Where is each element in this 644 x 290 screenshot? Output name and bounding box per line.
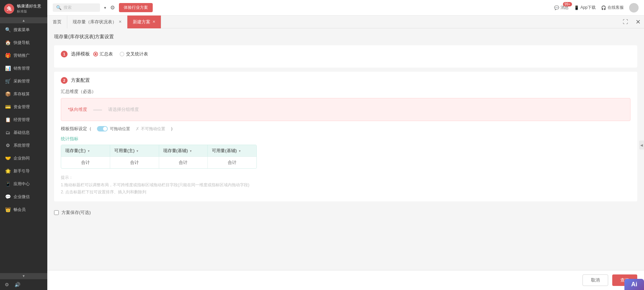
step2-card: 2 方案配置 汇总维度（必选） *纵向维度 —— 请选择分组维度 模板指标设定（… (54, 72, 637, 201)
tab-inventory-label: 现存量（库存状况表） (73, 19, 117, 25)
col-header-3[interactable]: 可用量(基辅) ▾ (208, 145, 256, 156)
speaker-icon[interactable]: 🔊 (15, 282, 20, 287)
sidebar-item-marketing[interactable]: 🎁 营销推广 (0, 49, 47, 62)
col-header-0-label: 现存量(主) (65, 148, 86, 154)
sidebar-item-inventory[interactable]: 📦 库存核算 (0, 88, 47, 100)
app-logo-icon: 兔 (4, 4, 14, 14)
sidebar-item-sales[interactable]: 📊 销售管理 (0, 62, 47, 75)
sidebar-item-system[interactable]: ⚙ 系统管理 (0, 139, 47, 152)
search-menu-icon: 🔍 (5, 27, 11, 33)
app-logo-text: 畅康通好生意 标准版 (17, 3, 41, 14)
app-download-button[interactable]: 📱 App下载 (574, 5, 596, 10)
tab-inventory-close[interactable]: ✕ (119, 20, 122, 24)
new-guide-icon: 🌟 (5, 168, 11, 174)
sidebar-scroll-down[interactable]: ▼ (0, 273, 47, 279)
purchase-icon: 🛒 (5, 78, 11, 84)
sidebar-logo: 兔 畅康通好生意 标准版 (0, 0, 47, 18)
dimension-required-label: *纵向维度 (68, 106, 87, 113)
finance-icon: 💳 (5, 104, 11, 110)
toggle-knob (103, 127, 107, 131)
sidebar-item-quick-nav[interactable]: 🏠 快捷导航 (0, 36, 47, 49)
top-header: 🔍 搜索 ▾ ⚙ 体验行业方案 💬 消息 99+ 📱 App下载 🎧 在线客服 (47, 0, 644, 16)
sidebar-item-label: 基础信息 (14, 130, 30, 136)
draggable-toggle-box[interactable] (97, 126, 108, 131)
stats-section-title: 统计指标 (61, 136, 630, 142)
tab-new-plan-label: 新建方案 (133, 19, 150, 25)
member-icon: 👑 (5, 207, 11, 213)
sidebar-item-basic-info[interactable]: 🗂 基础信息 (0, 126, 47, 139)
col-header-0[interactable]: 现存量(主) ▾ (61, 145, 110, 156)
cell-0: 合计 (61, 157, 110, 168)
sidebar-item-label: 销售管理 (14, 66, 30, 71)
customer-service-button[interactable]: 🎧 在线客服 (601, 5, 624, 10)
sidebar-item-label: 营销推广 (14, 53, 30, 58)
app-download-icon: 📱 (574, 5, 579, 10)
header-search-box[interactable]: 🔍 搜索 (53, 3, 100, 12)
sidebar-item-cooperation[interactable]: 🤝 企业协同 (0, 152, 47, 165)
radio-crosstab[interactable]: 交叉统计表 (120, 51, 148, 57)
sidebar-scroll-up[interactable]: ▲ (0, 18, 47, 23)
sidebar-item-operations[interactable]: 📋 经营管理 (0, 113, 47, 126)
draggable-label: 可拖动位置 (110, 126, 130, 132)
sidebar-item-member[interactable]: 👑 畅会员 (0, 203, 47, 216)
header-dropdown-button[interactable]: ▾ (104, 5, 106, 10)
step2-header: 2 方案配置 (61, 77, 630, 84)
tabs-expand-button[interactable]: ⛶ (619, 19, 632, 25)
main-area: 🔍 搜索 ▾ ⚙ 体验行业方案 💬 消息 99+ 📱 App下载 🎧 在线客服 (47, 0, 644, 290)
step1-header: 1 选择模板 汇总表 交叉统计表 (61, 51, 630, 57)
col-header-1[interactable]: 可用量(主) ▾ (110, 145, 159, 156)
footer-bar: 取消 查询 (47, 270, 644, 290)
dimension-separator: —— (93, 107, 102, 112)
tips-item-1: 2. 点击标题栏下拉可设置排序、插入列和删除列 (61, 189, 630, 196)
sidebar-item-app-center[interactable]: 📱 应用中心 (0, 177, 47, 190)
radio-summary-label: 汇总表 (100, 51, 113, 57)
summary-dimension-label: 汇总维度（必选） (61, 89, 630, 95)
step2-title: 方案配置 (71, 77, 90, 83)
dimension-selector[interactable]: *纵向维度 —— 请选择分组维度 (61, 98, 630, 121)
col-header-3-label: 可用量(基辅) (212, 148, 237, 154)
radio-crosstab-dot (120, 52, 124, 56)
tips-item-0: 1.拖动标题栏可以调整布局，不可跨维度或指标区域拖动栏目字段(只能在同一维度或指… (61, 182, 630, 189)
col-1-chevron-icon: ▾ (137, 149, 138, 153)
sidebar-item-label: 系统管理 (14, 143, 30, 148)
tab-new-plan-close[interactable]: ✕ (152, 20, 155, 24)
right-collapse-button[interactable]: ◀ (639, 141, 644, 150)
tab-inventory[interactable]: 现存量（库存状况表） ✕ (67, 16, 127, 28)
message-button[interactable]: 💬 消息 99+ (554, 5, 569, 10)
sidebar-item-new-guide[interactable]: 🌟 新手引导 (0, 165, 47, 177)
marketing-icon: 🎁 (5, 52, 11, 58)
col-header-2[interactable]: 现存量(基辅) ▾ (159, 145, 208, 156)
app-download-label: App下载 (580, 5, 596, 10)
experience-plan-button[interactable]: 体验行业方案 (119, 3, 153, 12)
save-row: 方案保存(可选) (54, 206, 637, 216)
app-name: 畅康通好生意 (17, 3, 41, 9)
save-checkbox[interactable] (54, 210, 59, 215)
header-gear-button[interactable]: ⚙ (110, 4, 115, 11)
content-area: 现存量(库存状况表)方案设置 1 选择模板 汇总表 交叉统计表 (47, 28, 644, 270)
message-badge: 99+ (563, 2, 572, 6)
tab-close-all-button[interactable]: ✕ (632, 18, 644, 26)
sidebar-item-purchase[interactable]: 🛒 采购管理 (0, 75, 47, 88)
sidebar-item-label: 应用中心 (14, 181, 30, 187)
sidebar-item-search-menu[interactable]: 🔍 搜索菜单 (0, 23, 47, 36)
cell-3: 合计 (208, 157, 256, 168)
quick-nav-icon: 🏠 (5, 40, 11, 46)
sidebar-item-label: 经营管理 (14, 117, 30, 123)
sidebar-item-finance[interactable]: 💳 资金管理 (0, 100, 47, 113)
draggable-toggle[interactable]: 可拖动位置 (97, 126, 130, 132)
app-edition: 标准版 (17, 9, 41, 14)
basic-info-icon: 🗂 (5, 129, 11, 136)
tab-new-plan[interactable]: 新建方案 ✕ (127, 16, 161, 28)
app-center-icon: 📱 (5, 181, 11, 187)
non-draggable-item: ✗ 不可拖动位置 (135, 126, 165, 132)
sidebar-item-enterprise-wechat[interactable]: 💬 企业微信 (0, 190, 47, 203)
user-avatar[interactable] (629, 3, 639, 13)
tab-home[interactable]: 首页 (47, 16, 67, 28)
col-2-chevron-icon: ▾ (190, 149, 192, 153)
radio-summary[interactable]: 汇总表 (93, 51, 113, 57)
operations-icon: 📋 (5, 117, 11, 123)
settings-icon[interactable]: ⚙ (5, 282, 9, 287)
ai-fab-button[interactable]: Ai (624, 279, 644, 290)
cancel-button[interactable]: 取消 (583, 274, 608, 286)
save-checkbox-label: 方案保存(可选) (61, 210, 91, 216)
